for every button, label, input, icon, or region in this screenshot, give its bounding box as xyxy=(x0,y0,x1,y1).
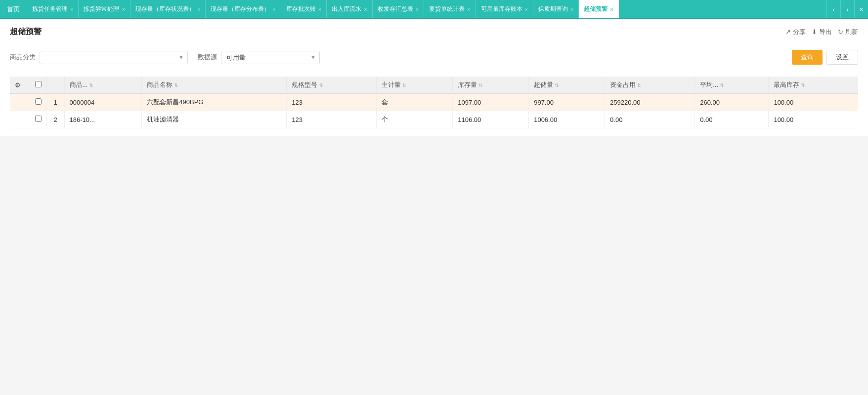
table-body: 1 0000004 六配套新昌490BPG 123 套 1097.00 997.… xyxy=(10,94,858,128)
table-row: 1 0000004 六配套新昌490BPG 123 套 1097.00 997.… xyxy=(10,94,858,111)
nav-tab-拣货异常处理[interactable]: 拣货异常处理 × xyxy=(79,0,130,19)
th-stock-label: 库存量 xyxy=(458,80,477,89)
nav-tab-label: 可用量库存账本 xyxy=(481,5,522,13)
table-row: 2 186-10... 机油滤清器 123 个 1106.00 1006.00 … xyxy=(10,111,858,128)
close-icon[interactable]: × xyxy=(364,6,367,12)
filter-datasource: 数据源 可用量 ▼ xyxy=(198,51,320,64)
export-label: 导出 xyxy=(819,28,832,37)
row-name: 机油滤清器 xyxy=(142,111,287,128)
th-avg-label: 平均... xyxy=(700,80,718,89)
row-overstock: 997.00 xyxy=(529,94,605,111)
nav-tab-可用量库存账本[interactable]: 可用量库存账本 × xyxy=(476,0,533,19)
nav-home[interactable]: 首页 xyxy=(0,0,27,19)
share-icon: ↗ xyxy=(785,28,791,36)
row-avg: 260.00 xyxy=(695,94,769,111)
sort-icon: ⇅ xyxy=(555,82,559,88)
close-icon[interactable]: × xyxy=(416,6,419,12)
nav-arrow-right[interactable]: › xyxy=(840,0,854,19)
nav-arrow-left[interactable]: ‹ xyxy=(826,0,840,19)
nav-tab-label: 要货单统计表 xyxy=(429,5,465,13)
nav-tab-label: 现存量（库存状况表） xyxy=(135,5,195,13)
close-icon[interactable]: × xyxy=(467,6,470,12)
data-table: ⚙ 商品... ⇅ 商品名称 xyxy=(10,77,858,128)
close-icon[interactable]: × xyxy=(197,6,200,12)
th-spec-label: 规格型号 xyxy=(292,80,317,89)
share-button[interactable]: ↗ 分享 xyxy=(785,28,806,37)
nav-tab-超储预警[interactable]: 超储预警 × xyxy=(579,0,618,19)
table-wrapper: ⚙ 商品... ⇅ 商品名称 xyxy=(10,77,858,128)
row-avg: 0.00 xyxy=(695,111,769,128)
nav-arrows-group: ‹ › × xyxy=(826,0,868,19)
close-icon[interactable]: × xyxy=(610,6,613,12)
th-rownum xyxy=(46,77,64,94)
row-stock: 1106.00 xyxy=(453,111,529,128)
row-name: 六配套新昌490BPG xyxy=(142,94,287,111)
query-button[interactable]: 查询 xyxy=(792,50,823,65)
nav-arrow-close[interactable]: × xyxy=(854,0,868,19)
row-unit: 套 xyxy=(377,94,453,111)
nav-tab-label: 超储预警 xyxy=(584,5,608,13)
th-spec[interactable]: 规格型号 ⇅ xyxy=(287,77,377,94)
nav-tab-出入库流水[interactable]: 出入库流水 × xyxy=(327,0,372,19)
th-maxstock-label: 最高库存 xyxy=(774,80,799,89)
row-sku: 186-10... xyxy=(64,111,142,128)
nav-tab-收发存汇总表[interactable]: 收发存汇总表 × xyxy=(373,0,424,19)
row-sku: 0000004 xyxy=(64,94,142,111)
th-name-label: 商品名称 xyxy=(147,80,173,89)
th-checkbox xyxy=(30,77,46,94)
share-label: 分享 xyxy=(793,28,806,37)
select-all-checkbox[interactable] xyxy=(35,81,42,87)
th-name[interactable]: 商品名称 ⇅ xyxy=(142,77,287,94)
close-icon[interactable]: × xyxy=(122,6,125,12)
th-capital[interactable]: 资金占用 ⇅ xyxy=(605,77,695,94)
row-gear-cell xyxy=(10,94,30,111)
nav-tab-库存批次账[interactable]: 库存批次账 × xyxy=(281,0,327,19)
nav-tab-现存量库存分布表[interactable]: 现存量（库存分布表） × xyxy=(206,0,281,19)
close-icon[interactable]: × xyxy=(272,6,275,12)
table-header-row: ⚙ 商品... ⇅ 商品名称 xyxy=(10,77,858,94)
nav-tab-拣货任务管理[interactable]: 拣货任务管理 × xyxy=(27,0,79,19)
row-number: 1 xyxy=(46,94,64,111)
th-gear: ⚙ xyxy=(10,77,30,94)
nav-tab-保质期查询[interactable]: 保质期查询 × xyxy=(533,0,579,19)
th-capital-label: 资金占用 xyxy=(610,80,636,89)
row-check-cell xyxy=(30,94,46,111)
row-checkbox[interactable] xyxy=(35,116,42,122)
th-unit[interactable]: 主计量 ⇅ xyxy=(377,77,453,94)
sort-icon: ⇅ xyxy=(319,82,323,88)
row-maxstock: 100.00 xyxy=(769,111,858,128)
nav-tab-要货单统计表[interactable]: 要货单统计表 × xyxy=(424,0,476,19)
refresh-button[interactable]: ↻ 刷新 xyxy=(838,28,858,37)
close-icon[interactable]: × xyxy=(70,6,73,12)
close-icon[interactable]: × xyxy=(525,6,528,12)
th-overstock-label: 超储量 xyxy=(534,80,553,89)
page-actions: ↗ 分享 ⬇ 导出 ↻ 刷新 xyxy=(785,28,858,37)
close-icon[interactable]: × xyxy=(318,6,321,12)
settings-button[interactable]: 设置 xyxy=(826,50,858,65)
category-label: 商品分类 xyxy=(10,53,36,62)
refresh-icon: ↻ xyxy=(838,28,843,36)
datasource-select[interactable]: 可用量 xyxy=(221,51,320,64)
row-capital: 259220.00 xyxy=(605,94,695,111)
refresh-label: 刷新 xyxy=(845,28,858,37)
sort-icon: ⇅ xyxy=(801,82,805,88)
th-stock[interactable]: 库存量 ⇅ xyxy=(453,77,529,94)
filter-bar: 商品分类 ▼ 数据源 可用量 ▼ 查询 设置 xyxy=(10,45,858,70)
row-stock: 1097.00 xyxy=(453,94,529,111)
category-select[interactable] xyxy=(40,51,188,64)
th-maxstock[interactable]: 最高库存 ⇅ xyxy=(769,77,858,94)
nav-tab-现存量库存状况表[interactable]: 现存量（库存状况表） × xyxy=(130,0,206,19)
settings-icon[interactable]: ⚙ xyxy=(15,81,21,89)
th-sku[interactable]: 商品... ⇅ xyxy=(64,77,142,94)
row-checkbox[interactable] xyxy=(35,98,42,105)
close-icon[interactable]: × xyxy=(570,6,573,12)
th-sku-label: 商品... xyxy=(70,80,88,89)
sort-icon: ⇅ xyxy=(402,82,406,88)
th-avg[interactable]: 平均... ⇅ xyxy=(695,77,769,94)
nav-tab-label: 保质期查询 xyxy=(538,5,568,13)
th-overstock[interactable]: 超储量 ⇅ xyxy=(529,77,605,94)
row-check-cell xyxy=(30,111,46,128)
th-unit-label: 主计量 xyxy=(382,80,401,89)
export-button[interactable]: ⬇ 导出 xyxy=(812,28,832,37)
row-maxstock: 100.00 xyxy=(769,94,858,111)
